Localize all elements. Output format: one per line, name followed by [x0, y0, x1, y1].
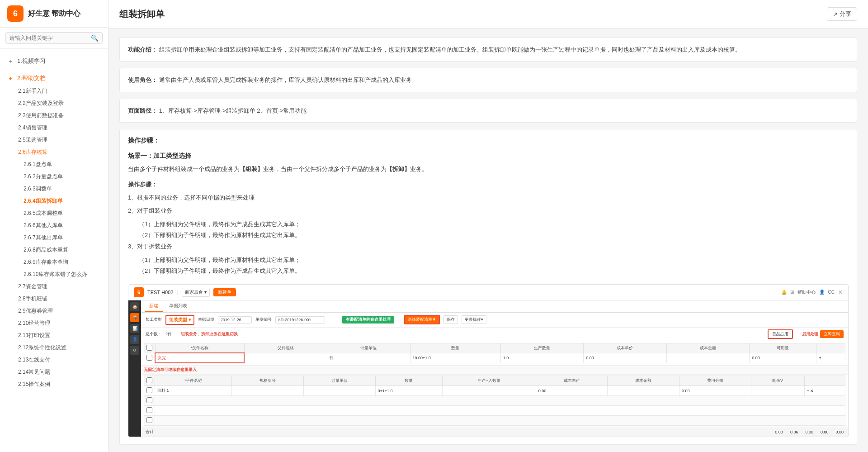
role-text: 通常由生产人员或库管人员完成拆装业务的操作，库管人员确认原材料的出库和产成品的入… — [159, 76, 412, 83]
col-parent-prod-qty: 生产数量 — [500, 343, 583, 353]
sidebar-item-docs[interactable]: ● 2.帮助文档 — [0, 71, 108, 85]
app-btn-new[interactable]: 新建单 — [213, 288, 236, 296]
child-check-1[interactable] — [146, 387, 152, 393]
sidebar-user-icon[interactable]: 👤 — [130, 335, 139, 344]
input-date[interactable]: 2019-12-26 — [218, 316, 252, 324]
step3: 3、对于拆装业务 — [128, 241, 849, 252]
child-empty-4 — [155, 416, 845, 426]
btn-more[interactable]: 更多操作▾ — [462, 315, 486, 324]
sidebar: 6 好生意 帮助中心 🔍 ＋ 1.视频学习 ● 2.帮助文档 2.1新手入门 2… — [0, 0, 108, 452]
child-spec-1 — [232, 386, 304, 396]
path-block: 页面路径： 1、库存核算->库存管理->组装拆卸单 2、首页->常用功能 — [119, 99, 857, 123]
sidebar-item-other-in[interactable]: 2.6.6其他入库单 — [0, 219, 108, 232]
col-c-cost-amt: 成本金额 — [608, 376, 679, 386]
input-docno[interactable]: AD-20191226-001 — [275, 316, 325, 324]
child-empty-3 — [155, 406, 845, 416]
sidebar-item-ops[interactable]: 2.10经营管理 — [0, 317, 108, 329]
sidebar-home-icon[interactable]: 🏠 — [130, 302, 139, 311]
col-parent-cost-amt: 成本金额 — [666, 343, 749, 353]
logo-area: 6 好生意 帮助中心 — [0, 0, 108, 28]
sidebar-item-coupon[interactable]: 2.9优惠券管理 — [0, 305, 108, 317]
sidebar-item-sales[interactable]: 2.4销售管理 — [0, 122, 108, 134]
app-module-select[interactable]: 商家后台 ▾ — [182, 288, 210, 297]
select-all-parent[interactable] — [146, 345, 152, 351]
sidebar-item-cases[interactable]: 2.15操作案例 — [0, 378, 108, 390]
col-c-prod-in-qty: 生产+入数量 — [443, 376, 536, 386]
sidebar-item-faq[interactable]: 2.14常见问题 — [0, 366, 108, 378]
settings-icon: CC — [828, 290, 835, 295]
share-icon: ↗ — [833, 11, 838, 18]
tab-list[interactable]: 单据列表 — [165, 300, 192, 312]
steps-section: 操作步骤： 场景一：加工类型选择 当由多个子件材料组装成一个成品的业务为【组装】… — [119, 129, 857, 445]
sidebar-item-print[interactable]: 2.11打印设置 — [0, 329, 108, 342]
sidebar-item-ledger[interactable]: 2.6.9库存账本查询 — [0, 256, 108, 268]
cell-unit-1: 件 — [327, 353, 410, 363]
nav-section-1: ＋ 1.视频学习 — [0, 52, 108, 70]
sidebar-item-allot-check[interactable]: 2.6.2分量盘点单 — [0, 171, 108, 183]
child-allot-1: 0.00 — [679, 386, 751, 396]
child-table: *子件名称 规格型号 计量单位 数量 生产+入数量 成本单价 成本金额 费用分摊 — [144, 376, 845, 426]
sidebar-item-beginner[interactable]: 2.1新手入门 — [0, 85, 108, 97]
col-c-actions — [804, 376, 845, 386]
child-empty-2 — [155, 396, 845, 406]
sidebar-gear-icon[interactable]: ⚙ — [130, 346, 139, 355]
sidebar-item-capital[interactable]: 2.7资金管理 — [0, 281, 108, 293]
sidebar-chart-icon[interactable]: 📊 — [130, 324, 139, 333]
search-input[interactable] — [9, 35, 91, 41]
search-icon[interactable]: 🔍 — [91, 34, 99, 42]
close-icon[interactable]: ✕ — [838, 289, 843, 295]
col-parent-name: *父件名称 — [155, 343, 244, 353]
child-check-2[interactable] — [146, 397, 152, 403]
tab-new[interactable]: 新建 — [145, 300, 163, 312]
logo-icon: 6 — [7, 5, 24, 22]
table-row: 夹克 件 10.00+1.0 1.0 0.00 0.00 — [144, 353, 845, 363]
sidebar-item-transfer[interactable]: 2.6.3调拨单 — [0, 183, 108, 195]
footer-total-label: 合计 — [146, 429, 154, 435]
row-check-1[interactable] — [146, 355, 152, 361]
col-c-allot: 费用分摊 — [679, 376, 751, 386]
sidebar-item-inventory[interactable]: 2.6库存核算 — [0, 146, 108, 158]
total-count-val: 2件 — [165, 331, 172, 337]
sidebar-item-assembly[interactable]: 2.6.4组装拆卸单 — [0, 195, 108, 207]
select-all-child[interactable] — [146, 377, 152, 383]
sidebar-item-dataprep[interactable]: 2.3使用前数据准备 — [0, 109, 108, 122]
child-remain-1 — [751, 386, 804, 396]
btn-select-bom[interactable]: 选择装配清单▼ — [404, 315, 440, 324]
plus-icon: ＋ — [7, 58, 14, 64]
child-row-4 — [144, 416, 845, 426]
role-block: 使用角色： 通常由生产人员或库管人员完成拆装业务的操作，库管人员确认原材料的出库… — [119, 68, 857, 92]
btn-query[interactable]: 立即查询 — [820, 330, 844, 338]
sidebar-item-customize[interactable]: 2.12系统个性化设置 — [0, 342, 108, 354]
share-button[interactable]: ↗ 分享 — [827, 7, 857, 21]
bom-banner: 有装配清单的在这里处理 — [342, 316, 394, 324]
sidebar-item-cost-adj[interactable]: 2.6.5成本调整单 — [0, 207, 108, 219]
cell-cost-price-1: 0.00 — [584, 353, 666, 363]
step2-1: （1）上部明细为父件明细，最终作为产成品生成其它入库单； — [128, 219, 849, 230]
col-c-check — [144, 376, 155, 386]
child-row-2 — [144, 396, 845, 406]
sidebar-item-other-out[interactable]: 2.6.7其他出库单 — [0, 232, 108, 244]
sidebar-item-stock-check[interactable]: 2.6.1盘点单 — [0, 158, 108, 171]
enable-annotation: 启用处理 — [802, 331, 818, 337]
steps-label: 操作步骤： — [128, 179, 849, 190]
col-parent-cost-price: 成本单价 — [584, 343, 666, 353]
app-title: 好生意 帮助中心 — [28, 9, 80, 19]
sidebar-item-mobile[interactable]: 2.8手机旺铺 — [0, 293, 108, 305]
sidebar-item-cost-recalc[interactable]: 2.6.8商品成本重算 — [0, 244, 108, 256]
sidebar-item-online-pay[interactable]: 2.13在线支付 — [0, 354, 108, 366]
app-tabs: 新建 单据列表 — [141, 300, 848, 313]
type-select[interactable]: 组装类型 ▾ — [165, 315, 194, 325]
btn-save[interactable]: 保存 — [443, 315, 458, 324]
sidebar-inventory-icon[interactable]: 📦 — [130, 313, 139, 322]
col-parent-unit: 计量单位 — [327, 343, 410, 353]
child-check-3[interactable] — [146, 407, 152, 413]
function-text: 组装拆卸单用来处理企业组装或拆卸等加工业务，支持有固定装配清单的产品加工业务，也… — [159, 46, 741, 53]
path-label: 页面路径： — [128, 107, 157, 114]
footer-val2: 0.06 — [790, 430, 798, 434]
sidebar-item-video[interactable]: ＋ 1.视频学习 — [0, 54, 108, 68]
sidebar-item-install[interactable]: 2.2产品安装及登录 — [0, 97, 108, 109]
search-goods-input[interactable]: 货品占用 — [768, 329, 793, 339]
sidebar-item-ledger-fix[interactable]: 2.6.10库存账本错了怎么办 — [0, 268, 108, 281]
sidebar-item-purchase[interactable]: 2.5采购管理 — [0, 134, 108, 146]
child-check-4[interactable] — [146, 417, 152, 423]
